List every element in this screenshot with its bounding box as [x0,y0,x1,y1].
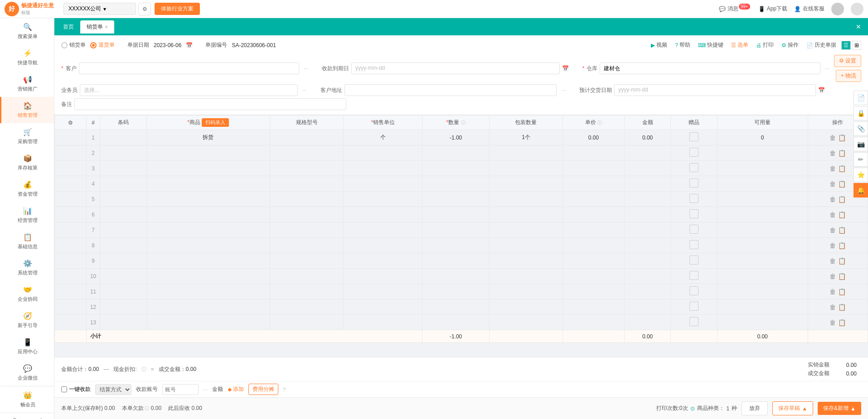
row11-gift-checkbox[interactable] [689,286,698,295]
expected-date-input[interactable]: yyyy-mm-dd [614,84,816,96]
row1-product[interactable]: 拆货 [146,130,270,145]
expense-info-icon[interactable]: ? [283,387,286,392]
account-input[interactable] [162,384,199,395]
warehouse-input[interactable]: 建材仓 [600,63,820,74]
sidebar-item-wechat[interactable]: 💬 企业微信 [0,360,54,386]
float-btn-2[interactable]: 🔒 [853,106,868,120]
payment-checkbox[interactable] [61,386,67,392]
scan-button[interactable]: 扫码录入 [202,118,229,127]
settlement-method-select[interactable]: 结算方式 [95,384,131,395]
row1-qty[interactable]: -1.00 [422,130,489,145]
row3-copy-icon[interactable]: 📋 [838,165,846,172]
list-view-icon[interactable]: ☰ [841,41,851,50]
sidebar-item-guide[interactable]: 🧭 新手引导 [0,307,54,333]
row3-delete-icon[interactable]: 🗑 [829,165,836,172]
row6-copy-icon[interactable]: 📋 [838,211,846,218]
payment-date-input[interactable]: yyyy-mm-dd [351,63,560,74]
sidebar-item-app-center[interactable]: 📱 应用中心 [0,333,54,360]
shortcut-btn[interactable]: ⌨快捷键 [695,40,726,50]
row5-gift-checkbox[interactable] [689,194,698,203]
row9-gift-checkbox[interactable] [689,255,698,265]
row4-delete-icon[interactable]: 🗑 [829,180,836,188]
online-service-button[interactable]: 👤 在线客服 [794,5,824,13]
row1-delete-icon[interactable]: 🗑 [829,134,836,141]
grid-view-icon[interactable]: ⊞ [852,41,861,50]
row1-barcode[interactable] [100,130,146,145]
discard-button[interactable]: 放弃 [742,401,768,415]
settings-icon[interactable]: ⚙ [138,3,151,15]
float-btn-4[interactable]: 📷 [853,137,868,151]
row10-gift-checkbox[interactable] [689,271,698,280]
row10-delete-icon[interactable]: 🗑 [829,273,836,280]
sidebar-item-purchase[interactable]: 🛒 采购管理 [0,123,54,149]
sidebar-collapse-icon[interactable]: ◀ [38,417,42,419]
row1-pack-qty[interactable]: 1个 [489,130,563,145]
sidebar-item-sales[interactable]: 🏠 销售管理 [0,97,54,123]
float-btn-3[interactable]: 📎 [853,121,868,136]
col-settings[interactable]: ⚙ [55,116,87,130]
messages-button[interactable]: 💬 消息 99+ [719,5,752,13]
history-btn[interactable]: 📄历史单据 [804,40,839,50]
row1-gift-checkbox[interactable] [689,132,698,141]
row1-gift[interactable] [671,130,717,145]
row11-delete-icon[interactable]: 🗑 [829,288,836,295]
row1-price[interactable]: 0.00 [563,130,625,145]
close-all-icon[interactable]: ✕ [856,23,866,30]
remarks-input[interactable] [74,98,346,110]
row4-copy-icon[interactable]: 📋 [838,180,846,188]
radio-return-order[interactable]: 退货单 [90,41,115,49]
salesman-dots[interactable]: ··· [302,87,307,93]
sidebar-item-member[interactable]: 👑 畅会员 [0,386,54,413]
float-btn-6[interactable]: ⭐ [853,168,868,182]
sidebar-item-basic-info[interactable]: 📋 基础信息 [0,228,54,255]
save-new-button[interactable]: 保存&新增 ▲ [818,402,861,415]
save-draft-button[interactable]: 保存草稿 ▲ [772,401,813,415]
warehouse-dots[interactable]: ··· [825,65,829,72]
sidebar-item-finance[interactable]: 💰 资金管理 [0,176,54,202]
customer-dots[interactable]: ··· [304,65,308,72]
tab-close-icon[interactable]: × [105,24,108,29]
row7-gift-checkbox[interactable] [689,225,698,234]
row2-gift-checkbox[interactable] [689,148,698,157]
trial-button[interactable]: 体验行业方案 [155,3,200,15]
row10-copy-icon[interactable]: 📋 [838,273,846,280]
row13-gift-checkbox[interactable] [689,317,698,326]
logistics-button[interactable]: + 物流 [836,70,861,82]
sidebar-item-marketing[interactable]: 📢 营销推广 [0,71,54,97]
tab-home[interactable]: 首页 [57,20,80,34]
row9-copy-icon[interactable]: 📋 [838,257,846,265]
user-avatar[interactable] [831,3,844,15]
app-download-button[interactable]: 📱 App下载 [758,5,787,13]
row9-delete-icon[interactable]: 🗑 [829,257,836,265]
sidebar-item-operations[interactable]: 📊 经营管理 [0,202,54,228]
row5-delete-icon[interactable]: 🗑 [829,196,836,203]
row12-gift-checkbox[interactable] [689,302,698,311]
settings-button[interactable]: ⚙ 设置 [834,55,861,67]
row13-delete-icon[interactable]: 🗑 [829,319,836,326]
video-btn[interactable]: ▶视频 [648,40,670,50]
sidebar-item-search-order[interactable]: 🔍 搜索菜单 [0,18,54,44]
sidebar-settings-icon[interactable]: ⚙ [12,417,17,419]
row7-copy-icon[interactable]: 📋 [838,226,846,234]
row2-copy-icon[interactable]: 📋 [838,149,846,157]
sidebar-item-enterprise[interactable]: 🤝 企业协同 [0,281,54,307]
customer-input[interactable] [79,63,299,74]
row6-gift-checkbox[interactable] [689,209,698,218]
row1-spec[interactable] [270,130,344,145]
customer-address-input[interactable] [344,84,557,96]
row6-delete-icon[interactable]: 🗑 [829,211,836,218]
row11-copy-icon[interactable]: 📋 [838,288,846,295]
row3-gift-checkbox[interactable] [689,163,698,172]
date-calendar-icon[interactable]: 📅 [186,42,193,48]
select-btn[interactable]: ☰选单 [728,40,751,50]
row12-delete-icon[interactable]: 🗑 [829,303,836,311]
sidebar-item-system[interactable]: ⚙️ 系统管理 [0,255,54,281]
print-btn[interactable]: 🖨打印 [753,40,776,50]
radio-sales-order[interactable]: 销货单 [61,41,86,49]
product-type-icon[interactable]: ⊙ [690,405,695,412]
float-btn-5[interactable]: ✏ [853,152,868,167]
tab-sales-order[interactable]: 销货单 × [80,20,114,34]
salesman-input[interactable]: 选择... [80,84,298,96]
row1-copy-icon[interactable]: 📋 [838,134,846,141]
one-click-payment-checkbox[interactable]: 一键收款 [61,385,91,393]
